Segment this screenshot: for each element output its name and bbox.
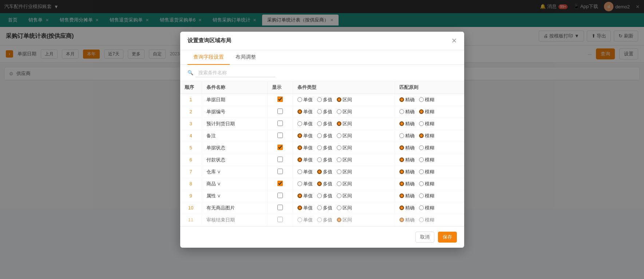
type-radio-multi[interactable] [317,157,322,162]
display-checkbox[interactable] [277,169,283,174]
row-name: 付款状态 [202,154,268,166]
type-radio-single[interactable] [297,193,302,198]
match-radio-fuzzy[interactable] [419,121,424,126]
match-radio-fuzzy[interactable] [419,145,424,150]
match-radio-fuzzy[interactable] [419,169,424,174]
row-display [268,106,293,118]
tab-layout-adjust[interactable]: 布局调整 [230,50,262,65]
type-radio-range[interactable] [337,145,341,150]
row-display [268,118,293,130]
display-checkbox[interactable] [277,205,283,209]
match-radio-fuzzy[interactable] [419,193,424,198]
type-radio-single[interactable] [297,109,302,114]
type-radio-multi[interactable] [317,109,322,114]
modal-search-bar: 🔍 [180,65,464,81]
row-order: 10 [180,203,202,208]
type-radio-single[interactable] [297,145,302,150]
match-radio-exact[interactable] [399,193,404,198]
row-order: 8 [180,178,202,189]
display-checkbox[interactable] [277,109,283,114]
row-type: 单值 多值 区间 [293,166,395,178]
row-order: 1 [180,94,202,105]
row-display [268,202,293,209]
type-radio-single[interactable] [297,157,302,162]
row-order: 4 [180,130,202,141]
row-display [268,190,293,202]
match-radio-exact[interactable] [399,121,404,126]
table-row: 5 单据状态 单值 多值 区间 精确 [180,142,464,154]
type-radio-multi[interactable] [317,133,322,138]
type-radio-multi[interactable] [317,121,322,126]
type-radio-multi[interactable] [317,193,322,198]
display-checkbox[interactable] [277,97,283,102]
match-radio-fuzzy[interactable] [419,181,424,186]
type-radio-single[interactable] [297,97,302,102]
th-display: 显示 [268,81,293,94]
table-row: 10 有无商品图片 单值 多值 区间 精确 [180,202,464,209]
match-radio-fuzzy[interactable] [419,109,424,114]
type-radio-multi[interactable] [317,145,322,150]
match-radio-fuzzy[interactable] [419,97,424,102]
display-checkbox[interactable] [277,193,283,198]
match-radio-exact[interactable] [399,133,404,138]
type-radio-range[interactable] [337,157,341,162]
display-checkbox[interactable] [277,145,283,150]
table-row: 9 属性 ∨ 单值 多值 区间 精确 [180,190,464,202]
table-row: 4 备注 单值 多值 区间 精确 [180,130,464,142]
row-type: 单值 多值 区间 [293,142,395,154]
row-match: 精确 模糊 [395,154,464,166]
type-radio-single[interactable] [297,133,302,138]
display-checkbox[interactable] [277,121,283,126]
type-radio-range[interactable] [337,109,341,114]
match-radio-exact[interactable] [399,205,404,208]
display-checkbox[interactable] [277,157,283,162]
row-type: 单值 多值 区间 [293,154,395,166]
row-name: 商品 ∨ [202,178,268,190]
display-checkbox[interactable] [277,133,283,138]
match-radio-exact[interactable] [399,109,404,114]
type-radio-multi[interactable] [317,205,322,208]
match-radio-exact[interactable] [399,181,404,186]
row-type: 单值 多值 区间 [293,130,395,142]
type-radio-single[interactable] [297,205,302,208]
modal-close-button[interactable]: ✕ [451,37,457,45]
match-radio-fuzzy[interactable] [419,157,424,162]
type-radio-multi[interactable] [317,181,322,186]
table-row: 7 仓库 ∨ 单值 多值 区间 精确 [180,166,464,178]
match-radio-exact[interactable] [399,169,404,174]
type-radio-range[interactable] [337,169,341,174]
modal-tabs: 查询字段设置 布局调整 [180,50,464,65]
type-radio-single[interactable] [297,181,302,186]
condition-search-input[interactable] [195,68,276,77]
row-match: 精确 模糊 [395,166,464,178]
type-radio-multi[interactable] [317,97,322,102]
match-radio-fuzzy[interactable] [419,205,424,208]
match-radio-exact[interactable] [399,157,404,162]
row-type: 单值 多值 区间 [293,106,395,118]
match-radio-exact[interactable] [399,145,404,150]
type-radio-range[interactable] [337,121,341,126]
row-order: 2 [180,106,202,117]
row-type: 单值 多值 区间 [293,118,395,130]
type-radio-range[interactable] [337,193,341,198]
th-type: 条件类型 [293,81,395,94]
row-match: 精确 模糊 [395,142,464,154]
match-radio-exact[interactable] [399,97,404,102]
type-radio-range[interactable] [337,133,341,138]
tab-query-fields[interactable]: 查询字段设置 [187,50,230,65]
row-display [268,94,293,106]
row-order: 3 [180,118,202,129]
type-radio-range[interactable] [337,205,341,208]
type-radio-single[interactable] [297,121,302,126]
type-radio-multi[interactable] [317,169,322,174]
display-checkbox[interactable] [277,181,283,186]
match-radio-fuzzy[interactable] [419,133,424,138]
row-display [268,154,293,166]
type-radio-range[interactable] [337,97,341,102]
type-radio-range[interactable] [337,181,341,186]
table-row: 6 付款状态 单值 多值 区间 精确 [180,154,464,166]
row-match: 精确 模糊 [395,94,464,106]
type-radio-single[interactable] [297,169,302,174]
settings-table: 顺序 条件名称 显示 条件类型 匹配原则 1 单据日期 单值 [180,81,464,209]
row-order: 9 [180,190,202,201]
